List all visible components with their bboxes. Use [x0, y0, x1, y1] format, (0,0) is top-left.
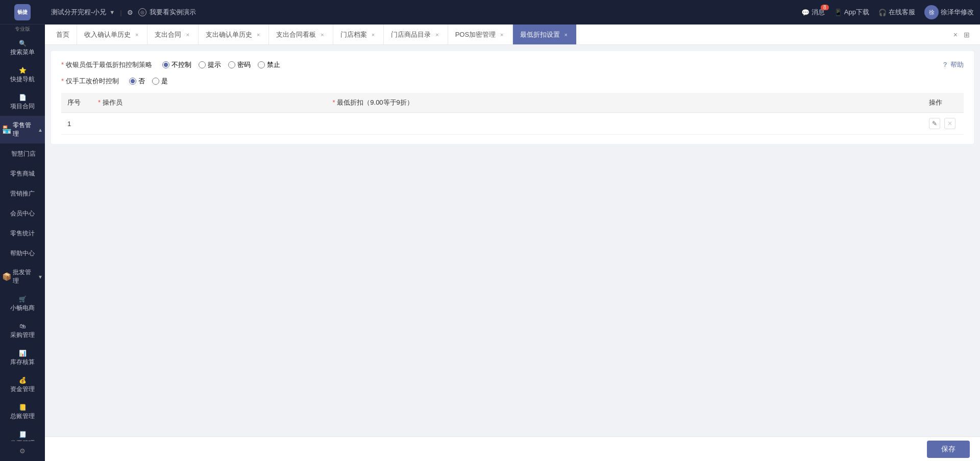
tab-label: 支出确认单历史 [206, 30, 252, 39]
col-actions: 操作 [923, 93, 964, 113]
tab-min-discount[interactable]: 最低折扣设置 × [513, 25, 576, 45]
sidebar-item-label: 智慧门店 [11, 150, 36, 158]
sidebar-item-purchase-mgmt[interactable]: 🛍 采购管理 [0, 318, 45, 345]
tab-close-icon[interactable]: × [563, 31, 569, 38]
invoice-icon: 🧾 [19, 431, 27, 438]
manual-radio-yes[interactable] [152, 78, 159, 85]
table-header-row: 序号 * 操作员 * 最低折扣（9.00等于9折） 操作 [61, 93, 964, 113]
ecommerce-icon: 🛒 [19, 296, 27, 303]
topbar-message[interactable]: 💬 消息 8 [801, 8, 825, 17]
tab-close-icon[interactable]: × [184, 31, 190, 38]
tab-store-product-catalog[interactable]: 门店商品目录 × [384, 25, 448, 45]
sidebar-item-member-center[interactable]: 会员中心 [0, 203, 45, 223]
col-seq: 序号 [61, 93, 92, 113]
topbar-demo[interactable]: ◎ 我要看实例演示 [138, 8, 196, 17]
help-link[interactable]: ？ 帮助 [942, 60, 964, 69]
required-marker: * [61, 61, 64, 68]
tab-home[interactable]: 首页 [49, 25, 77, 45]
sidebar-item-label: 零售商城 [10, 169, 35, 178]
sidebar-item-label: 零售统计 [10, 229, 35, 238]
tab-close-icon[interactable]: × [319, 31, 325, 38]
chevron-down-icon: ▼ [38, 274, 43, 280]
tab-pos-password[interactable]: POS加密管理 × [448, 25, 513, 45]
policy-option-forbid[interactable]: 禁止 [258, 60, 280, 69]
policy-option-no-control[interactable]: 不控制 [162, 60, 191, 69]
user-name: 徐泽华修改 [941, 8, 974, 17]
sidebar-settings[interactable]: ⚙ [0, 441, 45, 461]
manual-option-yes[interactable]: 是 [152, 77, 168, 86]
policy-radio-forbid[interactable] [258, 61, 265, 68]
policy-radio-password[interactable] [228, 61, 235, 68]
delete-row-button[interactable]: ✕ [944, 118, 955, 129]
sidebar-item-retail-mgmt[interactable]: 🏪 零售管理 ▲ [0, 116, 45, 143]
policy-radio-no-control[interactable] [162, 61, 169, 68]
app-logo-icon: 畅捷 [14, 4, 31, 20]
sidebar-item-quick-nav[interactable]: ⭐ 快捷导航 [0, 62, 45, 89]
sidebar-item-label: 库存核算 [10, 358, 35, 367]
expand-tabs-button[interactable]: ⊞ [962, 30, 972, 40]
sidebar-item-inventory[interactable]: 📊 库存核算 [0, 345, 45, 372]
topbar-online-service[interactable]: 🎧 在线客服 [878, 8, 915, 17]
sidebar-item-label: 搜索菜单 [10, 48, 35, 57]
policy-label: * 收银员低于最低折扣控制策略 [61, 60, 152, 69]
manual-option-no[interactable]: 否 [129, 77, 145, 86]
sidebar-item-finance[interactable]: 💰 资金管理 [0, 372, 45, 399]
sidebar-item-invoice[interactable]: 🧾 发票管理 [0, 426, 45, 441]
sidebar-item-retail-stats[interactable]: 零售统计 [0, 223, 45, 243]
sidebar-item-project-contract[interactable]: 📄 项目合同 [0, 89, 45, 116]
policy-form-row: * 收银员低于最低折扣控制策略 不控制 提示 密码 [61, 60, 964, 69]
manual-option-label: 是 [161, 77, 168, 86]
search-icon: 🔍 [19, 40, 27, 47]
tab-close-icon[interactable]: × [499, 31, 505, 38]
close-other-tabs-button[interactable]: × [951, 30, 960, 40]
discount-table: 序号 * 操作员 * 最低折扣（9.00等于9折） 操作 [61, 93, 964, 135]
sidebar-item-search[interactable]: 🔍 搜索菜单 [0, 35, 45, 62]
policy-option-hint[interactable]: 提示 [199, 60, 221, 69]
col-min-discount: * 最低折扣（9.00等于9折） [327, 93, 923, 113]
policy-option-password[interactable]: 密码 [228, 60, 251, 69]
tab-close-icon[interactable]: × [255, 31, 261, 38]
finance-icon: 💰 [19, 377, 27, 384]
topbar: 测试分开完程-小兄 ▼ | ⚙ ◎ 我要看实例演示 💬 消息 8 📱 App下载… [45, 0, 980, 25]
project-name: 测试分开完程-小兄 [51, 8, 106, 17]
col-operator: * 操作员 [92, 93, 327, 113]
tab-close-icon[interactable]: × [370, 31, 376, 38]
tab-label: POS加密管理 [455, 30, 496, 39]
sidebar-item-ecommerce[interactable]: 🛒 小畅电商 [0, 290, 45, 318]
topbar-settings[interactable]: ⚙ [127, 9, 133, 16]
sidebar: 畅捷 专业版 🔍 搜索菜单 ⭐ 快捷导航 📄 项目合同 🏪 零售管理 ▲ 智慧门… [0, 0, 45, 461]
app-download-label: App下载 [844, 8, 869, 17]
tab-payment-confirm-history[interactable]: 支出确认单历史 × [199, 25, 269, 45]
sidebar-item-retail-mall[interactable]: 零售商城 [0, 163, 45, 183]
sidebar-item-smart-store[interactable]: 智慧门店 [0, 143, 45, 163]
service-icon: 🎧 [878, 9, 887, 16]
topbar-project[interactable]: 测试分开完程-小兄 ▼ [51, 8, 115, 17]
message-badge: 8 [821, 5, 829, 10]
tab-close-icon[interactable]: × [134, 31, 140, 38]
sidebar-item-label: 批发管理 [13, 268, 37, 285]
sidebar-item-accounting[interactable]: 📒 总账管理 [0, 399, 45, 426]
sidebar-item-label: 零售管理 [13, 121, 37, 138]
cell-operator [92, 113, 327, 135]
topbar-app-download[interactable]: 📱 App下载 [834, 8, 869, 17]
chevron-down-icon: ▲ [38, 127, 43, 133]
inventory-icon: 📊 [19, 350, 27, 357]
tab-payment-contract[interactable]: 支出合同 × [148, 25, 198, 45]
sidebar-item-wholesale-mgmt[interactable]: 📦 批发管理 ▼ [0, 263, 45, 290]
edit-row-button[interactable]: ✎ [929, 118, 940, 129]
policy-radio-hint[interactable] [199, 61, 206, 68]
sidebar-item-label: 快捷导航 [10, 75, 35, 84]
tab-close-icon[interactable]: × [434, 31, 440, 38]
tab-income-history[interactable]: 收入确认单历史 × [77, 25, 148, 45]
tab-payment-contract-board[interactable]: 支出合同看板 × [269, 25, 333, 45]
bottombar: 保存 [45, 436, 980, 461]
main-area: 测试分开完程-小兄 ▼ | ⚙ ◎ 我要看实例演示 💬 消息 8 📱 App下载… [45, 0, 980, 461]
save-button[interactable]: 保存 [927, 441, 970, 458]
tab-store-file[interactable]: 门店档案 × [333, 25, 384, 45]
sidebar-item-marketing[interactable]: 营销推广 [0, 183, 45, 203]
policy-option-label: 不控制 [172, 60, 191, 69]
sidebar-item-help-center[interactable]: 帮助中心 [0, 243, 45, 263]
sidebar-item-label: 资金管理 [10, 385, 35, 394]
manual-radio-no[interactable] [129, 78, 136, 85]
topbar-user[interactable]: 徐 徐泽华修改 [924, 5, 974, 19]
